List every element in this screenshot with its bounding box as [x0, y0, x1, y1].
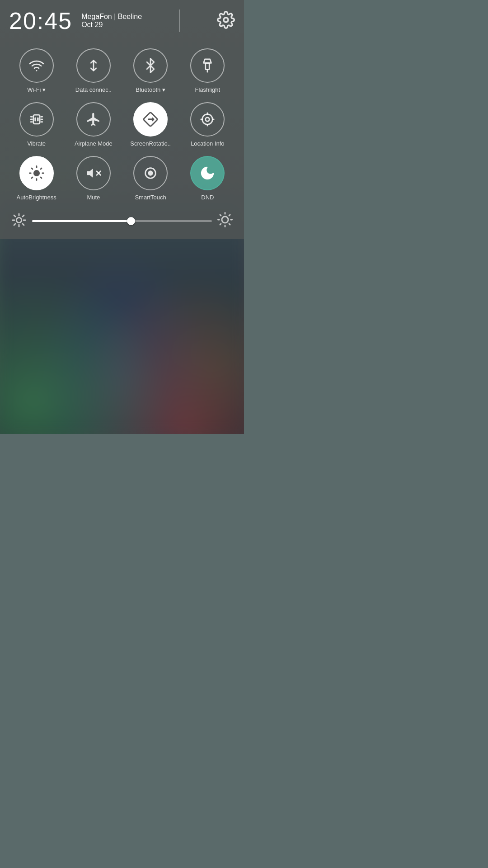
- vibrate-label: Vibrate: [27, 140, 46, 147]
- brightness-thumb[interactable]: [127, 217, 135, 225]
- tile-flashlight[interactable]: Flashlight: [180, 46, 235, 95]
- svg-line-25: [41, 177, 42, 178]
- svg-line-39: [23, 224, 24, 225]
- tile-bluetooth[interactable]: Bluetooth ▾: [123, 46, 178, 95]
- dnd-label: DND: [201, 194, 214, 201]
- tile-vibrate[interactable]: Vibrate: [9, 100, 64, 149]
- header-divider: [179, 9, 180, 32]
- airplane-icon-circle: [76, 102, 111, 137]
- svg-line-43: [23, 215, 24, 216]
- bluetooth-icon-circle: [133, 48, 168, 83]
- svg-line-24: [32, 168, 33, 169]
- rotation-icon-circle: [133, 102, 168, 137]
- date-text: Oct 29: [81, 21, 142, 29]
- svg-point-15: [202, 114, 213, 125]
- svg-point-0: [224, 18, 228, 22]
- svg-point-21: [33, 170, 40, 176]
- mute-label: Mute: [87, 194, 100, 201]
- smarttouch-icon-circle: [133, 156, 168, 190]
- dnd-icon-circle: [190, 156, 225, 190]
- control-panel: 20:45 MegaFon | Beeline Oct 29: [0, 0, 244, 239]
- vibrate-icon-circle: [19, 102, 54, 137]
- autobrightness-icon-circle: [19, 156, 54, 190]
- svg-line-47: [220, 215, 221, 216]
- tile-airplane[interactable]: Airplane Mode: [66, 100, 121, 149]
- carrier-text: MegaFon | Beeline: [81, 13, 142, 21]
- header: 20:45 MegaFon | Beeline Oct 29: [9, 9, 235, 33]
- svg-point-1: [36, 70, 37, 71]
- autobrightness-label: AutoBrightness: [17, 194, 56, 201]
- tile-mute[interactable]: Mute: [66, 154, 121, 203]
- header-left: 20:45 MegaFon | Beeline Oct 29: [9, 9, 142, 33]
- location-label: Location Info: [191, 140, 224, 147]
- svg-point-35: [16, 217, 21, 222]
- quick-tiles-row1: Wi-Fi ▾ Data connec.. Bluetooth ▾: [9, 46, 235, 95]
- tile-location[interactable]: Location Info: [180, 100, 235, 149]
- tile-rotation[interactable]: ScreenRotatio..: [123, 100, 178, 149]
- tile-wifi[interactable]: Wi-Fi ▾: [9, 46, 64, 95]
- brightness-slider-row: [9, 212, 235, 230]
- svg-line-29: [41, 168, 42, 169]
- brightness-track[interactable]: [32, 220, 212, 222]
- quick-tiles-row3: AutoBrightness Mute SmartTouch: [9, 154, 235, 203]
- flashlight-label: Flashlight: [195, 86, 221, 93]
- tile-dnd[interactable]: DND: [180, 154, 235, 203]
- bluetooth-label: Bluetooth ▾: [136, 86, 165, 93]
- svg-line-42: [14, 224, 15, 225]
- tile-autobrightness[interactable]: AutoBrightness: [9, 154, 64, 203]
- quick-tiles-row2: Vibrate Airplane Mode ScreenRotatio..: [9, 100, 235, 149]
- flashlight-icon-circle: [190, 48, 225, 83]
- svg-line-51: [220, 224, 221, 225]
- svg-marker-30: [87, 169, 93, 178]
- tile-data[interactable]: Data connec..: [66, 46, 121, 95]
- data-icon-circle: [76, 48, 111, 83]
- location-icon-circle: [190, 102, 225, 137]
- tile-smarttouch[interactable]: SmartTouch: [123, 154, 178, 203]
- svg-line-52: [229, 215, 230, 216]
- svg-line-38: [14, 215, 15, 216]
- brightness-max-icon: [217, 212, 233, 230]
- header-info: MegaFon | Beeline Oct 29: [81, 13, 142, 29]
- airplane-label: Airplane Mode: [75, 140, 113, 147]
- svg-line-48: [229, 224, 230, 225]
- rotation-label: ScreenRotatio..: [130, 140, 171, 147]
- brightness-fill: [32, 220, 131, 222]
- svg-rect-3: [206, 63, 210, 69]
- clock: 20:45: [9, 9, 72, 33]
- data-label: Data connec..: [75, 86, 112, 93]
- svg-line-28: [32, 177, 33, 178]
- svg-rect-5: [33, 115, 40, 124]
- svg-point-44: [222, 217, 228, 223]
- wifi-icon-circle: [19, 48, 54, 83]
- mute-icon-circle: [76, 156, 111, 190]
- smarttouch-label: SmartTouch: [135, 194, 166, 201]
- settings-button[interactable]: [217, 11, 235, 31]
- wifi-label: Wi-Fi ▾: [27, 86, 46, 93]
- svg-point-16: [206, 118, 210, 122]
- svg-point-34: [148, 170, 153, 175]
- brightness-min-icon: [11, 212, 27, 230]
